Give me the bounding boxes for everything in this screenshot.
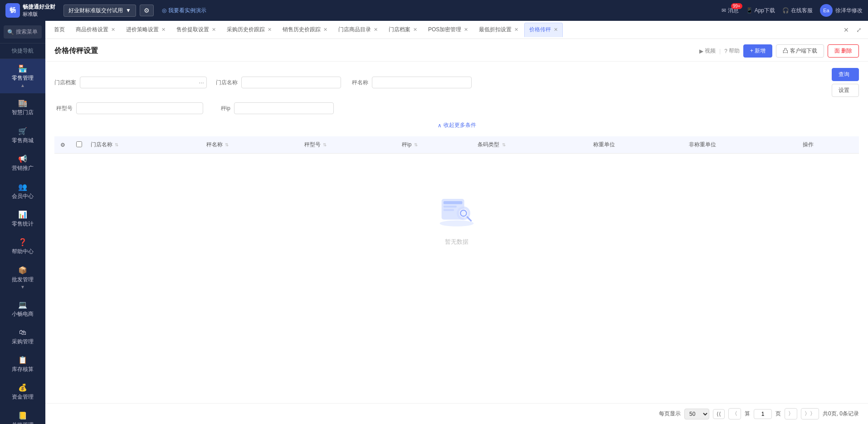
sidebar-item-retail-mgmt[interactable]: 🏪 零售管理 ▲	[0, 59, 45, 93]
query-button[interactable]: 查询	[832, 68, 859, 81]
wholesale-icon: 📦	[18, 266, 27, 275]
sort-icon[interactable]: ⇅	[502, 142, 506, 147]
app-download-button[interactable]: 📱 App下载	[746, 7, 775, 14]
sidebar-item-fund[interactable]: 💰 资金管理	[0, 378, 45, 405]
empty-state: 暂无数据	[54, 154, 859, 282]
tab-sell-extract[interactable]: 售价提取设置 ✕	[171, 23, 221, 37]
page-size-select[interactable]: 50 10 20 100	[684, 409, 709, 419]
scale-ip-input[interactable]	[234, 102, 334, 114]
tab-close-icon[interactable]: ✕	[413, 27, 417, 33]
store-profile-input[interactable]	[80, 77, 207, 88]
maximize-tab-button[interactable]: ⤢	[853, 24, 864, 35]
tab-product-pricing[interactable]: 商品价格设置 ✕	[71, 23, 120, 37]
top-bar: 畅 畅捷通好业财 标准版 好业财标准版交付试用 ▼ ⚙ ◎ 我要看实例演示 ✉ …	[0, 0, 868, 21]
th-settings: ⚙	[54, 136, 71, 154]
tab-min-discount[interactable]: 最低折扣设置 ✕	[474, 23, 523, 37]
empty-illustration	[434, 190, 479, 231]
tab-store-catalog[interactable]: 门店商品目录 ✕	[333, 23, 383, 37]
search-menu-button[interactable]: 🔍 搜索菜单	[4, 25, 42, 39]
last-page-button[interactable]: 〉〉	[801, 408, 819, 419]
th-store-name: 门店名称 ⇅	[87, 136, 203, 154]
scale-model-input[interactable]	[76, 102, 203, 114]
close-tab-button[interactable]: ✕	[841, 24, 852, 35]
scale-model-label: 秤型号	[54, 105, 73, 112]
top-settings-button[interactable]: ⚙	[140, 5, 154, 16]
tab-close-icon[interactable]: ✕	[268, 27, 272, 33]
tab-store-profile[interactable]: 门店档案 ✕	[384, 23, 422, 37]
filter-scale-name: 秤名称	[350, 77, 472, 88]
scale-name-label: 秤名称	[350, 79, 368, 87]
select-all-checkbox[interactable]	[76, 141, 82, 147]
tab-close-icon[interactable]: ✕	[374, 27, 378, 33]
store-profile-dots-button[interactable]: ···	[199, 79, 204, 86]
tab-close-icon[interactable]: ✕	[514, 27, 518, 33]
th-checkbox	[71, 136, 87, 154]
tab-price-scale[interactable]: 价格传秤 ✕	[524, 23, 563, 37]
collapse-filters-button[interactable]: ∧ 收起更多条件	[54, 120, 859, 133]
sidebar-item-retail-stats[interactable]: 📊 零售统计	[0, 205, 45, 232]
page-header: 价格传秤设置 ▶ 视频 | ? 帮助 + 新增	[45, 39, 868, 62]
video-link[interactable]: ▶ 视频	[699, 47, 716, 55]
video-icon: ▶	[699, 48, 703, 54]
tab-close-icon[interactable]: ✕	[161, 27, 166, 33]
pagination-bar: 每页显示 50 10 20 100 ⟨⟨ 〈 算 页 〉 〉〉 共0页, 0条记…	[45, 403, 868, 424]
sort-icon[interactable]: ⇅	[323, 142, 327, 147]
svg-rect-2	[444, 201, 463, 204]
tab-purchase-strategy[interactable]: 进价策略设置 ✕	[121, 23, 171, 37]
sidebar-item-wholesale[interactable]: 📦 批发管理 ▼	[0, 260, 45, 295]
demo-link[interactable]: ◎ 我要看实例演示	[162, 7, 206, 14]
delete-button[interactable]: 面 删除	[828, 44, 859, 58]
sidebar-item-member[interactable]: 👥 会员中心	[0, 177, 45, 205]
sort-icon[interactable]: ⇅	[225, 142, 229, 147]
filter-store-profile: 门店档案 ···	[54, 77, 207, 88]
prev-page-button[interactable]: 〈	[728, 408, 741, 419]
avatar: Ea	[820, 4, 833, 17]
messages-button[interactable]: ✉ 消息 99+	[722, 7, 739, 14]
tab-pos-encryption[interactable]: POS加密管理 ✕	[423, 23, 473, 37]
next-page-button[interactable]: 〉	[785, 408, 797, 419]
sidebar-item-retail-mall[interactable]: 🛒 零售商城	[0, 121, 45, 149]
tab-home[interactable]: 首页	[49, 23, 70, 37]
tab-sales-history[interactable]: 销售历史价跟踪 ✕	[278, 23, 332, 37]
tab-purchase-history[interactable]: 采购历史价跟踪 ✕	[222, 23, 277, 37]
tab-close-icon[interactable]: ✕	[111, 27, 115, 33]
sort-icon[interactable]: ⇅	[414, 142, 418, 147]
user-info[interactable]: Ea 徐泽华修改	[820, 4, 863, 17]
sidebar-item-smart-store[interactable]: 🏬 智慧门店	[0, 93, 45, 121]
store-name-input[interactable]	[241, 77, 341, 88]
tab-close-icon[interactable]: ✕	[554, 27, 558, 33]
online-service-button[interactable]: 🎧 在线客服	[782, 7, 813, 14]
sidebar-item-inventory[interactable]: 📋 库存核算	[0, 350, 45, 378]
sidebar-item-help[interactable]: ❓ 帮助中心	[0, 232, 45, 260]
sidebar-quick-nav[interactable]: 快捷导航	[0, 43, 45, 59]
sidebar-item-marketing[interactable]: 📢 营销推广	[0, 149, 45, 177]
sidebar-item-ledger[interactable]: 📒 总账管理	[0, 406, 45, 424]
tab-close-icon[interactable]: ✕	[323, 27, 327, 33]
scale-name-input[interactable]	[372, 77, 472, 88]
data-table: ⚙ 门店名称 ⇅ 秤名称	[54, 136, 859, 154]
table-settings-icon[interactable]: ⚙	[60, 142, 65, 148]
sort-icon[interactable]: ⇅	[115, 142, 118, 147]
retail-icon: 🏪	[18, 64, 27, 73]
stats-icon: 📊	[18, 210, 27, 219]
message-icon: ✉	[722, 7, 726, 14]
page-size-label: 每页显示	[659, 410, 681, 418]
tab-close-icon[interactable]: ✕	[464, 27, 468, 33]
expand-arrow-icon2: ▼	[20, 284, 25, 289]
messages-badge: 99+	[731, 3, 742, 9]
first-page-button[interactable]: ⟨⟨	[713, 409, 725, 419]
th-action: 操作	[799, 136, 859, 154]
version-selector[interactable]: 好业财标准版交付试用 ▼	[63, 5, 136, 17]
settings-filter-button[interactable]: 设置	[832, 84, 859, 97]
sidebar-item-purchase[interactable]: 🛍 采购管理	[0, 323, 45, 350]
client-download-button[interactable]: 凸 客户端下载	[776, 44, 824, 58]
add-button[interactable]: + 新增	[743, 44, 772, 58]
filter-store-name: 门店名称	[216, 77, 341, 88]
tab-close-icon[interactable]: ✕	[212, 27, 216, 33]
tab-bar: 首页 商品价格设置 ✕ 进价策略设置 ✕ 售价提取设置 ✕ 采购历史价跟踪 ✕	[45, 21, 868, 39]
sidebar-item-ecom[interactable]: 💻 小畅电商	[0, 295, 45, 323]
page-number-input[interactable]	[754, 409, 772, 419]
help-icon: ❓	[18, 238, 27, 246]
help-link[interactable]: ? 帮助	[724, 47, 740, 55]
empty-text: 暂无数据	[445, 238, 468, 246]
